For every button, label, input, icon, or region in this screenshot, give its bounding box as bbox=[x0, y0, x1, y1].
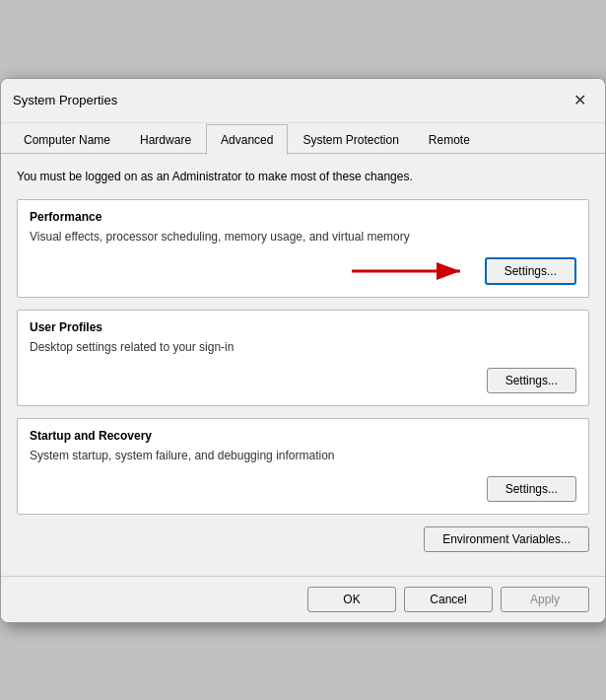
tabs-container: Computer Name Hardware Advanced System P… bbox=[1, 123, 605, 154]
bottom-button-bar: OK Cancel Apply bbox=[1, 576, 605, 622]
tab-advanced[interactable]: Advanced bbox=[206, 124, 288, 155]
user-profiles-label: User Profiles bbox=[30, 320, 576, 334]
tab-system-protection[interactable]: System Protection bbox=[288, 124, 413, 155]
startup-recovery-section: Startup and Recovery System startup, sys… bbox=[17, 418, 589, 515]
user-profiles-description: Desktop settings related to your sign-in bbox=[30, 340, 576, 354]
cancel-button[interactable]: Cancel bbox=[404, 587, 493, 612]
env-variables-row: Environment Variables... bbox=[17, 526, 589, 552]
startup-recovery-settings-button[interactable]: Settings... bbox=[487, 476, 576, 502]
environment-variables-button[interactable]: Environment Variables... bbox=[424, 526, 589, 552]
system-properties-window: System Properties ✕ Computer Name Hardwa… bbox=[0, 78, 606, 623]
admin-notice-text: You must be logged on as an Administrato… bbox=[17, 170, 589, 183]
performance-label: Performance bbox=[30, 210, 576, 224]
user-profiles-button-row: Settings... bbox=[30, 368, 576, 393]
window-title: System Properties bbox=[13, 93, 117, 107]
close-button[interactable]: ✕ bbox=[566, 87, 593, 114]
performance-description: Visual effects, processor scheduling, me… bbox=[30, 230, 576, 244]
ok-button[interactable]: OK bbox=[307, 587, 396, 612]
tab-hardware[interactable]: Hardware bbox=[125, 124, 206, 155]
user-profiles-settings-button[interactable]: Settings... bbox=[487, 368, 576, 393]
performance-button-row: Settings... bbox=[30, 257, 576, 285]
startup-recovery-label: Startup and Recovery bbox=[30, 429, 576, 443]
red-arrow-icon bbox=[352, 256, 470, 286]
tab-content: You must be logged on as an Administrato… bbox=[1, 154, 605, 576]
startup-recovery-button-row: Settings... bbox=[30, 476, 576, 502]
tab-computer-name[interactable]: Computer Name bbox=[9, 124, 125, 155]
title-bar: System Properties ✕ bbox=[1, 79, 605, 123]
user-profiles-section: User Profiles Desktop settings related t… bbox=[17, 310, 589, 406]
performance-settings-button[interactable]: Settings... bbox=[485, 257, 576, 285]
performance-section: Performance Visual effects, processor sc… bbox=[17, 199, 589, 298]
apply-button[interactable]: Apply bbox=[501, 587, 589, 612]
tab-remote[interactable]: Remote bbox=[414, 124, 485, 155]
startup-recovery-description: System startup, system failure, and debu… bbox=[30, 449, 576, 462]
